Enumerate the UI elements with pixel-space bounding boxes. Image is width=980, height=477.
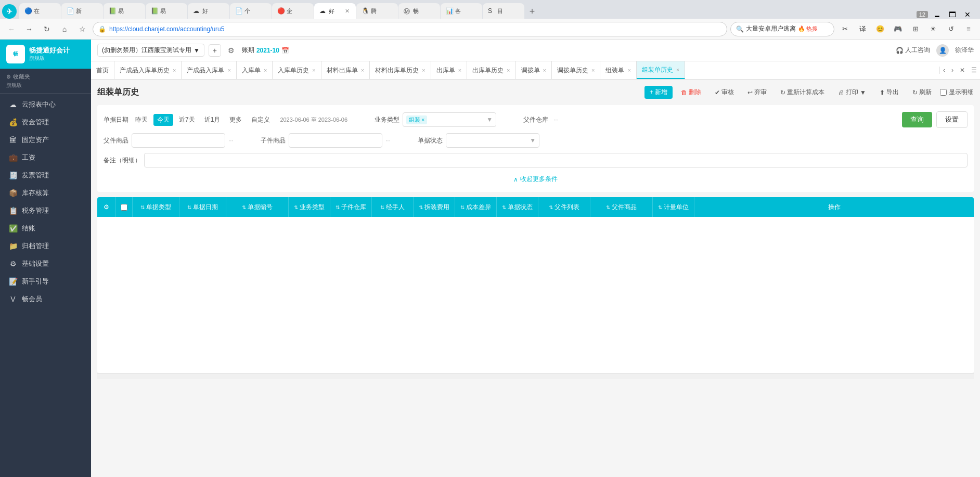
audit-button[interactable]: ✔ 审核 xyxy=(710,86,739,99)
app-tab-transfer[interactable]: 调拨单 × xyxy=(516,61,552,79)
tab-close-icon[interactable]: × xyxy=(227,67,230,73)
app-tab-assembly-history[interactable]: 组装单历史 × xyxy=(637,61,685,79)
grid-icon[interactable]: ⊞ xyxy=(908,22,923,36)
parent-warehouse-more-icon[interactable]: ··· xyxy=(553,116,559,123)
address-bar[interactable]: 🔒 https://cloud.chanjet.com/accounting/u… xyxy=(93,22,727,36)
th-bill-no[interactable]: ⇅ 单据编号 xyxy=(226,197,289,217)
sidebar-item-guide[interactable]: 📝 新手引导 xyxy=(0,273,91,290)
browser-tab[interactable]: 📄 个 xyxy=(230,3,272,19)
sidebar-item-tax[interactable]: 📋 税务管理 xyxy=(0,202,91,220)
horizontal-scrollbar[interactable] xyxy=(97,373,974,379)
calendar-icon[interactable]: 📅 xyxy=(281,47,289,54)
tab-close-icon[interactable]: × xyxy=(264,67,267,73)
browser-tab[interactable]: ☁ 好 xyxy=(188,3,229,19)
collapse-button[interactable]: ∧ 收起更多条件 xyxy=(104,173,968,186)
new-tab-button[interactable]: + xyxy=(525,4,539,19)
sidebar-item-invoice[interactable]: 🧾 发票管理 xyxy=(0,166,91,184)
remark-input[interactable] xyxy=(144,153,968,167)
tab-close-icon[interactable]: × xyxy=(173,67,176,73)
sidebar-item-member[interactable]: V 畅会员 xyxy=(0,290,91,308)
sidebar-item-inventory[interactable]: 📦 库存核算 xyxy=(0,184,91,202)
biz-type-input[interactable]: 组装 × ▼ xyxy=(403,112,496,127)
search-bar[interactable]: 🔍 大量安卓用户逃离 🔥 热搜 xyxy=(730,22,834,36)
app-tab-outbound-history[interactable]: 出库单历史 × xyxy=(467,61,515,79)
tab-close-icon[interactable]: × xyxy=(676,67,679,73)
tab-close-icon[interactable]: × xyxy=(458,67,461,73)
browser-tab[interactable]: 📄 新 xyxy=(61,3,103,19)
undo-icon[interactable]: ↺ xyxy=(944,22,958,36)
app-tab-material-outbound-history[interactable]: 材料出库单历史 × xyxy=(370,61,431,79)
th-bill-type[interactable]: ⇅ 单据类型 xyxy=(133,197,179,217)
favorites-shortcut[interactable]: 旗舰版 xyxy=(6,82,85,89)
sidebar-item-archive[interactable]: 📁 归档管理 xyxy=(0,237,91,255)
sidebar-item-checkout[interactable]: ✅ 结账 xyxy=(0,220,91,237)
add-company-button[interactable]: + xyxy=(209,44,221,57)
customer-service-button[interactable]: 🎧 人工咨询 xyxy=(896,46,930,55)
export-button[interactable]: ⬆ 导出 xyxy=(874,86,904,99)
tabs-more-options[interactable]: ☰ xyxy=(968,67,980,74)
delete-button[interactable]: 🗑 删除 xyxy=(676,86,706,99)
brightness-icon[interactable]: ☀ xyxy=(926,22,940,36)
browser-tab[interactable]: S 目 xyxy=(483,3,524,19)
tab-close-icon[interactable]: × xyxy=(543,67,546,73)
th-biz-type[interactable]: ⇅ 业务类型 xyxy=(289,197,330,217)
app-tab-home[interactable]: 首页 xyxy=(91,61,114,79)
child-goods-input[interactable] xyxy=(289,133,382,148)
th-unit[interactable]: ⇅ 计量单位 xyxy=(653,197,694,217)
browser-close-icon[interactable]: ✕ xyxy=(961,10,974,19)
week-btn[interactable]: 近7天 xyxy=(175,114,199,126)
scissors-icon[interactable]: ✂ xyxy=(837,22,852,36)
game-icon[interactable]: 🎮 xyxy=(891,22,905,36)
company-selector[interactable]: (勿删勿禁用）江西服宝测试专用 ▼ xyxy=(97,44,204,57)
sidebar-item-settings[interactable]: ⚙ 基础设置 xyxy=(0,255,91,273)
app-tab-assembly[interactable]: 组装单 × xyxy=(600,61,636,79)
abandon-button[interactable]: ↩ 弃审 xyxy=(742,86,772,99)
tab-close-icon[interactable]: × xyxy=(507,67,510,73)
app-tab-transfer-history[interactable]: 调拨单历史 × xyxy=(552,61,600,79)
month-btn[interactable]: 近1月 xyxy=(201,114,224,126)
biz-type-tag-close[interactable]: × xyxy=(421,117,424,123)
browser-tab[interactable]: 📗 易 xyxy=(104,3,145,19)
tab-close-icon[interactable]: ✕ xyxy=(344,7,351,15)
child-goods-more-icon[interactable]: ··· xyxy=(385,137,391,144)
parent-goods-input[interactable] xyxy=(132,133,225,148)
browser-tab[interactable]: 🔵 在 xyxy=(19,3,61,19)
sidebar-item-capital[interactable]: 💰 资金管理 xyxy=(0,113,91,131)
app-tab-inbound-history[interactable]: 入库单历史 × xyxy=(273,61,321,79)
menu-icon[interactable]: ≡ xyxy=(961,22,976,36)
browser-tab[interactable]: 🐧 腾 xyxy=(356,3,398,19)
app-tab-outbound[interactable]: 出库单 × xyxy=(431,61,467,79)
new-button[interactable]: + 新增 xyxy=(644,86,673,99)
th-child-warehouse[interactable]: ⇅ 子件仓库 xyxy=(330,197,372,217)
user-avatar[interactable]: 👤 xyxy=(936,44,949,57)
custom-btn[interactable]: 自定义 xyxy=(248,114,274,126)
display-detail-check[interactable] xyxy=(940,89,947,96)
browser-tab[interactable]: 📗 易 xyxy=(146,3,187,19)
refresh-button[interactable]: ↻ xyxy=(40,22,54,36)
print-button[interactable]: 🖨 打印 ▼ xyxy=(833,86,871,99)
browser-tab-active[interactable]: ☁ 好 ✕ xyxy=(314,3,356,19)
translate-icon[interactable]: 译 xyxy=(855,22,870,36)
forward-button[interactable]: → xyxy=(22,22,36,36)
th-bill-status[interactable]: ⇅ 单据状态 xyxy=(497,197,538,217)
app-tab-material-outbound[interactable]: 材料出库单 × xyxy=(321,61,370,79)
browser-tab[interactable]: 🔴 企 xyxy=(272,3,314,19)
th-parent-goods[interactable]: ⇅ 父件商品 xyxy=(590,197,653,217)
th-checkbox[interactable] xyxy=(116,197,133,217)
browser-tab[interactable]: 📊 各 xyxy=(441,3,482,19)
emoji-icon[interactable]: 😊 xyxy=(873,22,887,36)
bookmark-button[interactable]: ☆ xyxy=(75,22,89,36)
select-all-checkbox[interactable] xyxy=(121,204,127,211)
search-settings-button[interactable]: 设置 xyxy=(936,111,968,128)
today-btn[interactable]: 今天 xyxy=(153,114,173,126)
query-button[interactable]: 查询 xyxy=(902,112,932,127)
bill-status-input[interactable]: ▼ xyxy=(446,133,539,148)
browser-maximize-icon[interactable]: 🗖 xyxy=(946,10,959,19)
parent-goods-more-icon[interactable]: ··· xyxy=(228,137,234,144)
sidebar-item-fixed-assets[interactable]: 🏛 固定资产 xyxy=(0,131,91,149)
browser-tab[interactable]: Ⓜ 畅 xyxy=(398,3,440,19)
yesterday-btn[interactable]: 昨天 xyxy=(132,114,151,126)
th-bill-date[interactable]: ⇅ 单据日期 xyxy=(179,197,226,217)
more-date-btn[interactable]: 更多 xyxy=(226,114,246,126)
th-settings[interactable]: ⚙ xyxy=(97,197,116,217)
